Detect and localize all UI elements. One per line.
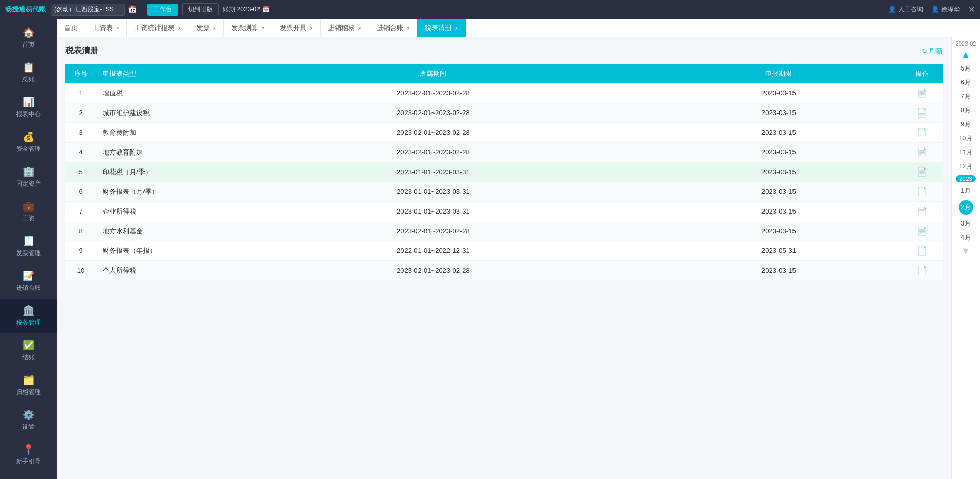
tab-purchase-review[interactable]: 进销稽核 × bbox=[321, 19, 369, 37]
tab-invoice-calc[interactable]: 发票测算 × bbox=[224, 19, 272, 37]
sidebar-label-settings: 设置 bbox=[22, 422, 35, 431]
cell-action[interactable]: 📄 bbox=[901, 241, 943, 261]
table-row[interactable]: 4 地方教育附加 2023-02-01~2023-02-28 2023-03-1… bbox=[65, 143, 943, 162]
cell-action[interactable]: 📄 bbox=[901, 103, 943, 123]
tab-invoice-close[interactable]: × bbox=[213, 25, 216, 31]
timeline-month-2-active[interactable]: 2月 bbox=[959, 200, 973, 215]
sidebar-item-settle[interactable]: ✅ 结账 bbox=[0, 333, 57, 368]
view-action-icon[interactable]: 📄 bbox=[917, 148, 927, 157]
tab-salary-stat-close[interactable]: × bbox=[178, 25, 181, 31]
sidebar-item-home[interactable]: 🏠 首页 bbox=[0, 21, 57, 55]
cell-action[interactable]: 📄 bbox=[901, 261, 943, 280]
tab-purchase-ledger[interactable]: 进销台账 × bbox=[369, 19, 417, 37]
tab-home[interactable]: 首页 bbox=[57, 19, 85, 37]
table-row[interactable]: 6 财务报表（月/季） 2023-01-01~2023-03-31 2023-0… bbox=[65, 182, 943, 202]
sidebar-item-tax[interactable]: 🏛️ 税务管理 bbox=[0, 299, 57, 333]
window-close-button[interactable]: ✕ bbox=[968, 5, 975, 15]
sidebar-item-assets[interactable]: 🏢 固定资产 bbox=[0, 160, 57, 194]
cell-deadline: 2023-03-15 bbox=[656, 221, 901, 241]
settle-icon: ✅ bbox=[23, 340, 34, 351]
tab-salary-table-close[interactable]: × bbox=[116, 25, 119, 31]
view-action-icon[interactable]: 📄 bbox=[917, 167, 927, 176]
cell-action[interactable]: 📄 bbox=[901, 162, 943, 182]
tab-tax-clear-close[interactable]: × bbox=[455, 25, 458, 31]
timeline-month-9[interactable]: 9月 bbox=[952, 118, 980, 132]
timeline-month-12[interactable]: 12月 bbox=[952, 160, 980, 174]
view-action-icon[interactable]: 📄 bbox=[917, 108, 927, 117]
tab-purchase-review-close[interactable]: × bbox=[358, 25, 361, 31]
view-action-icon[interactable]: 📄 bbox=[917, 246, 927, 255]
workspace-button[interactable]: 工作台 bbox=[147, 4, 178, 16]
timeline-month-7[interactable]: 7月 bbox=[952, 90, 980, 104]
tab-tax-clear[interactable]: 税表清册 × bbox=[417, 19, 466, 37]
sidebar-item-settings[interactable]: ⚙️ 设置 bbox=[0, 403, 57, 438]
cell-period: 2023-02-01~2023-02-28 bbox=[210, 143, 656, 162]
sidebar-item-funds[interactable]: 💰 资金管理 bbox=[0, 125, 57, 160]
cell-action[interactable]: 📄 bbox=[901, 143, 943, 162]
table-row[interactable]: 2 城市维护建设税 2023-02-01~2023-02-28 2023-03-… bbox=[65, 103, 943, 123]
tab-invoice-calc-close[interactable]: × bbox=[261, 25, 264, 31]
cell-type: 城市维护建设税 bbox=[96, 103, 210, 123]
view-action-icon[interactable]: 📄 bbox=[917, 187, 927, 196]
view-action-icon[interactable]: 📄 bbox=[917, 266, 927, 275]
calendar-icon-period[interactable]: 📅 bbox=[262, 6, 270, 13]
tax-icon: 🏛️ bbox=[23, 305, 34, 316]
cell-action[interactable]: 📄 bbox=[901, 182, 943, 202]
page-header: 税表清册 ↻ 刷新 bbox=[65, 46, 943, 57]
ledger-icon: 📋 bbox=[23, 62, 34, 73]
sidebar-item-guide[interactable]: 📍 新手引导 bbox=[0, 438, 57, 472]
cell-action[interactable]: 📄 bbox=[901, 221, 943, 241]
cell-action[interactable]: 📄 bbox=[901, 123, 943, 143]
table-row[interactable]: 3 教育费附加 2023-02-01~2023-02-28 2023-03-15… bbox=[65, 123, 943, 143]
timeline-month-3[interactable]: 3月 bbox=[952, 217, 980, 231]
timeline-month-1[interactable]: 1月 bbox=[952, 184, 980, 198]
tab-tax-clear-label: 税表清册 bbox=[425, 23, 452, 33]
table-row[interactable]: 9 财务报表（年报） 2022-01-01~2022-12-31 2023-05… bbox=[65, 241, 943, 261]
table-row[interactable]: 7 企业所得税 2023-01-01~2023-03-31 2023-03-15… bbox=[65, 202, 943, 221]
table-row[interactable]: 5 印花税（月/季） 2023-01-01~2023-03-31 2023-03… bbox=[65, 162, 943, 182]
ai-consult-button[interactable]: 👤 人工咨询 bbox=[888, 5, 923, 14]
timeline-month-4[interactable]: 4月 bbox=[952, 231, 980, 245]
view-action-icon[interactable]: 📄 bbox=[917, 128, 927, 137]
switch-old-button[interactable]: 切到旧版 bbox=[182, 3, 219, 16]
timeline-month-5[interactable]: 5月 bbox=[952, 62, 980, 76]
tax-table: 序号 申报表类型 所属期间 申报期限 操作 1 增值税 2023-02-01~2… bbox=[65, 64, 943, 280]
timeline-down-button[interactable]: ▼ bbox=[961, 246, 971, 257]
cell-type: 教育费附加 bbox=[96, 123, 210, 143]
sidebar-item-purchase[interactable]: 📝 进销台账 bbox=[0, 264, 57, 299]
user-menu[interactable]: 👤 徐泽华 bbox=[931, 5, 960, 14]
sidebar-item-invoice[interactable]: 🧾 发票管理 bbox=[0, 229, 57, 264]
cell-seq: 10 bbox=[65, 261, 96, 280]
timeline-month-8[interactable]: 8月 bbox=[952, 104, 980, 118]
table-row[interactable]: 1 增值税 2023-02-01~2023-02-28 2023-03-15 📄 bbox=[65, 83, 943, 103]
sidebar-item-salary[interactable]: 💼 工资 bbox=[0, 194, 57, 229]
tab-salary-stat[interactable]: 工资统计报表 × bbox=[127, 19, 189, 37]
company-selector[interactable]: (勿动）江西股宝-LSS 📅 bbox=[51, 4, 137, 16]
view-action-icon[interactable]: 📄 bbox=[917, 89, 927, 97]
timeline-month-11[interactable]: 11月 bbox=[952, 146, 980, 160]
timeline-month-10[interactable]: 10月 bbox=[952, 132, 980, 146]
refresh-button[interactable]: ↻ 刷新 bbox=[921, 47, 943, 56]
tab-salary-table[interactable]: 工资表 × bbox=[85, 19, 127, 37]
app-logo: 畅捷通易代账 bbox=[5, 5, 46, 14]
timeline-up-button[interactable]: ▲ bbox=[961, 50, 971, 61]
sidebar-item-ledger[interactable]: 📋 总账 bbox=[0, 55, 57, 90]
tab-invoice-open[interactable]: 发票开具 × bbox=[272, 19, 321, 37]
tab-purchase-ledger-close[interactable]: × bbox=[407, 25, 410, 31]
view-action-icon[interactable]: 📄 bbox=[917, 227, 927, 235]
view-action-icon[interactable]: 📄 bbox=[917, 207, 927, 216]
sidebar-item-report[interactable]: 📊 报表中心 bbox=[0, 90, 57, 125]
table-row[interactable]: 8 地方水利基金 2023-02-01~2023-02-28 2023-03-1… bbox=[65, 221, 943, 241]
tab-purchase-review-label: 进销稽核 bbox=[328, 23, 355, 33]
company-name[interactable]: (勿动）江西股宝-LSS bbox=[51, 4, 125, 16]
sidebar-item-vip[interactable]: ⭐ 畅会员 bbox=[0, 472, 57, 479]
timeline-month-6[interactable]: 6月 bbox=[952, 76, 980, 90]
sidebar-item-archive[interactable]: 🗂️ 归档管理 bbox=[0, 368, 57, 403]
tab-invoice-open-close[interactable]: × bbox=[310, 25, 313, 31]
page-main: 税表清册 ↻ 刷新 序号 申报表类型 所属期间 申报期限 操作 bbox=[57, 37, 951, 479]
sidebar-label-guide: 新手引导 bbox=[16, 457, 41, 466]
cell-action[interactable]: 📄 bbox=[901, 202, 943, 221]
cell-action[interactable]: 📄 bbox=[901, 83, 943, 103]
table-row[interactable]: 10 个人所得税 2023-02-01~2023-02-28 2023-03-1… bbox=[65, 261, 943, 280]
tab-invoice[interactable]: 发票 × bbox=[189, 19, 224, 37]
